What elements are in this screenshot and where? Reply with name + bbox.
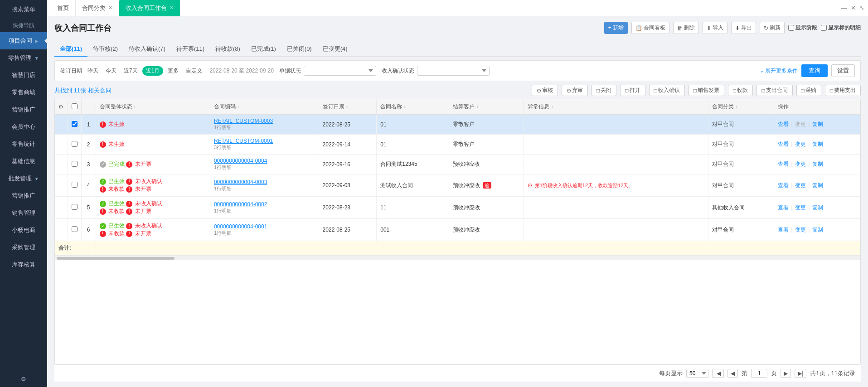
change-btn[interactable]: 变更 bbox=[795, 161, 806, 167]
show-detail-input[interactable] bbox=[821, 25, 827, 31]
change-btn[interactable]: 变更 bbox=[795, 182, 806, 189]
import-button[interactable]: ⬆ 导入 bbox=[703, 22, 727, 34]
sidebar-item-retail-mall[interactable]: 零售商城 bbox=[0, 84, 47, 101]
col-code[interactable]: 合同编码 ↕ bbox=[210, 99, 319, 115]
col-category[interactable]: 合同分类 ↕ bbox=[708, 99, 774, 115]
copy-btn[interactable]: 复制 bbox=[812, 121, 823, 127]
close-icon[interactable]: ✕ bbox=[170, 5, 174, 11]
prev-page-btn[interactable]: ◀ bbox=[727, 369, 738, 378]
filter-tab-closed[interactable]: 已关闭(0) bbox=[281, 42, 317, 57]
expense-contract-button[interactable]: □ 支出合同 bbox=[756, 85, 792, 96]
show-fields-input[interactable] bbox=[788, 25, 794, 31]
window-expand-icon[interactable]: ⤡ bbox=[859, 5, 864, 11]
date-btn-custom[interactable]: 自定义 bbox=[183, 66, 205, 76]
confirm-status-select[interactable] bbox=[417, 66, 490, 76]
sidebar-item-purchase[interactable]: 采购管理 bbox=[0, 239, 47, 256]
copy-btn[interactable]: 复制 bbox=[812, 227, 823, 233]
view-btn[interactable]: 查看 bbox=[778, 227, 789, 233]
filter-tab-pending-invoice[interactable]: 待开票(11) bbox=[171, 42, 210, 57]
query-button[interactable]: 查询 bbox=[801, 64, 828, 77]
row-checkbox[interactable] bbox=[72, 204, 78, 210]
copy-btn[interactable]: 复制 bbox=[812, 182, 823, 189]
last-page-btn[interactable]: ▶| bbox=[795, 369, 806, 378]
scrollbar-thumb[interactable] bbox=[57, 257, 175, 260]
copy-btn[interactable]: 复制 bbox=[812, 141, 823, 147]
row-checkbox[interactable] bbox=[72, 182, 78, 188]
show-fields-checkbox[interactable]: 显示阶段 bbox=[788, 24, 817, 32]
sidebar-item-marketing2[interactable]: 营销推广 bbox=[0, 187, 47, 204]
new-button[interactable]: + 新增 bbox=[604, 22, 628, 34]
contract-board-button[interactable]: 📋 合同看板 bbox=[631, 22, 669, 34]
settings-button[interactable]: 设置 bbox=[831, 64, 855, 77]
page-number-input[interactable] bbox=[751, 369, 767, 378]
close-button[interactable]: □ 关闭 bbox=[592, 85, 616, 96]
cell-checkbox[interactable] bbox=[68, 174, 81, 197]
row-checkbox[interactable] bbox=[72, 161, 78, 167]
col-settings[interactable]: ⚙ bbox=[55, 99, 68, 115]
sidebar-item-marketing[interactable]: 营销推广 bbox=[0, 101, 47, 118]
sidebar-item-wholesale[interactable]: 批发管理 ▼ bbox=[0, 170, 47, 187]
payment-button[interactable]: □ 收款 bbox=[728, 85, 753, 96]
filter-tab-all[interactable]: 全部(11) bbox=[54, 42, 87, 57]
refresh-button[interactable]: ↻ 刷新 bbox=[760, 22, 785, 34]
export-button[interactable]: ⬇ 导出 bbox=[731, 22, 756, 34]
close-icon[interactable]: ✕ bbox=[108, 5, 112, 11]
col-sign-date[interactable]: 签订日期 ↕ bbox=[319, 99, 377, 115]
cell-checkbox[interactable] bbox=[68, 115, 81, 135]
expense-out-button[interactable]: □ 费用支出 bbox=[825, 85, 861, 96]
sidebar-item-basic-info[interactable]: 基础信息 bbox=[0, 153, 47, 170]
contract-code-link[interactable]: RETAIL_CUSTOM-0001 bbox=[214, 138, 315, 144]
select-all-checkbox[interactable] bbox=[72, 103, 78, 109]
sales-invoice-button[interactable]: □ 销售发票 bbox=[689, 85, 724, 96]
window-minimize-icon[interactable]: — bbox=[841, 5, 847, 11]
date-btn-7days[interactable]: 近7天 bbox=[121, 66, 141, 76]
sidebar-item-ecommerce[interactable]: 小畅电商 bbox=[0, 222, 47, 239]
change-btn[interactable]: 变更 bbox=[795, 204, 806, 211]
col-name[interactable]: 合同名称 ↕ bbox=[377, 99, 449, 115]
copy-btn[interactable]: 复制 bbox=[812, 161, 823, 167]
contract-code-link[interactable]: 0000000000004-0001 bbox=[214, 223, 315, 230]
filter-tab-changed[interactable]: 已变更(4) bbox=[317, 42, 353, 57]
per-page-select[interactable]: 50 10 20 100 bbox=[686, 369, 708, 378]
view-btn[interactable]: 查看 bbox=[778, 204, 789, 211]
sidebar-settings-btn[interactable]: ⚙ bbox=[0, 371, 47, 387]
col-checkbox[interactable] bbox=[68, 99, 81, 115]
contract-code-link[interactable]: RETAIL_CUSTOM-0003 bbox=[214, 118, 315, 124]
sidebar-item-sales-mgmt[interactable]: 销售管理 bbox=[0, 204, 47, 222]
filter-tab-completed[interactable]: 已完成(1) bbox=[246, 42, 281, 57]
cell-checkbox[interactable] bbox=[68, 135, 81, 155]
row-checkbox[interactable] bbox=[72, 226, 78, 232]
window-close-icon[interactable]: ✕ bbox=[851, 5, 856, 11]
filter-tab-pending-review[interactable]: 待审核(2) bbox=[87, 42, 123, 57]
date-btn-today[interactable]: 今天 bbox=[103, 66, 119, 76]
change-btn[interactable]: 变更 bbox=[795, 141, 806, 147]
sidebar-search[interactable]: 搜索菜单 bbox=[0, 0, 47, 19]
view-btn[interactable]: 查看 bbox=[778, 121, 789, 127]
sidebar-item-inventory[interactable]: 库存核算 bbox=[0, 256, 47, 273]
filter-tab-pending-confirm[interactable]: 待收入确认(7) bbox=[123, 42, 171, 57]
filter-tab-pending-payment[interactable]: 待收款(8) bbox=[210, 42, 246, 57]
view-btn[interactable]: 查看 bbox=[778, 141, 789, 147]
sidebar-item-smart-store[interactable]: 智慧门店 bbox=[0, 67, 47, 84]
tab-income-workbench[interactable]: 收入合同工作台 ✕ bbox=[119, 0, 180, 16]
view-btn[interactable]: 查看 bbox=[778, 161, 789, 167]
col-customer[interactable]: 结算客户 ↕ bbox=[449, 99, 524, 115]
horizontal-scrollbar[interactable] bbox=[55, 256, 860, 260]
row-checkbox[interactable] bbox=[72, 141, 78, 147]
row-checkbox[interactable] bbox=[72, 121, 78, 127]
cell-checkbox[interactable] bbox=[68, 155, 81, 174]
show-detail-checkbox[interactable]: 显示标的明细 bbox=[821, 24, 861, 32]
sidebar-item-retail-stat[interactable]: 零售统计 bbox=[0, 135, 47, 153]
next-page-btn[interactable]: ▶ bbox=[781, 369, 791, 378]
abandon-review-button[interactable]: ⊙ 弃审 bbox=[562, 85, 588, 96]
date-btn-more[interactable]: 更多 bbox=[165, 66, 181, 76]
contract-code-link[interactable]: 0000000000004-0004 bbox=[214, 158, 315, 164]
copy-btn[interactable]: 复制 bbox=[812, 204, 823, 211]
first-page-btn[interactable]: |◀ bbox=[712, 369, 724, 378]
contract-code-link[interactable]: 0000000000004-0003 bbox=[214, 179, 315, 185]
income-confirm-button[interactable]: □ 收入确认 bbox=[649, 85, 685, 96]
contract-code-link[interactable]: 0000000000004-0002 bbox=[214, 201, 315, 208]
col-status[interactable]: 合同整体状态 ↕ bbox=[96, 99, 210, 115]
cell-checkbox[interactable] bbox=[68, 219, 81, 241]
change-btn[interactable]: 变更 bbox=[795, 227, 806, 233]
